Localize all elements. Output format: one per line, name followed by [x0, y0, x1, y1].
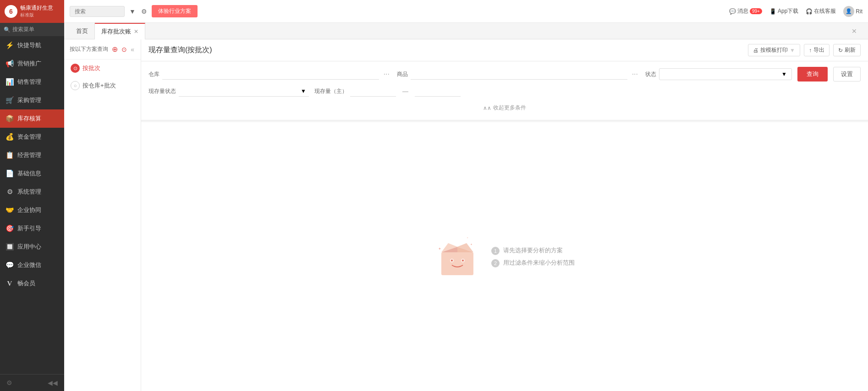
inventory-qty-label: 现存量（主）	[314, 87, 347, 95]
nav-label: 系统管理	[17, 188, 41, 196]
nav-label: 应用中心	[17, 243, 41, 251]
collapse-panel-button[interactable]: «	[130, 45, 135, 54]
enterprise-wechat-icon: 💬	[5, 261, 14, 269]
svg-text:✦: ✦	[438, 247, 441, 251]
sidebar-item-vip[interactable]: V 畅会员	[0, 274, 64, 293]
phone-icon: 📱	[769, 8, 776, 15]
collapse-label: 收起更多条件	[493, 104, 526, 112]
sidebar-settings-button[interactable]: ⚙	[5, 378, 13, 387]
nav-label: 资金管理	[17, 133, 41, 141]
inventory-qty-max-input[interactable]	[415, 86, 461, 97]
collapse-more-button[interactable]: ∧∧ 收起更多条件	[148, 101, 861, 114]
sidebar-item-sales[interactable]: 📊 销售管理	[0, 73, 64, 91]
enterprise-collab-icon: 🤝	[5, 206, 14, 214]
svg-text:✦: ✦	[470, 243, 472, 246]
online-service-button[interactable]: 🎧 在线客服	[806, 7, 836, 15]
message-icon: 💬	[729, 8, 736, 15]
topbar-settings-button[interactable]: ⚙	[140, 7, 148, 16]
sidebar-item-marketing[interactable]: 📢 营销推广	[0, 54, 64, 73]
tab-home-label: 首页	[76, 27, 88, 35]
tab-close-all-button[interactable]: ✕	[846, 27, 863, 35]
status-filter-label: 状态	[645, 71, 656, 78]
page-actions: 🖨 按模板打印 ▼ ↑ 导出 ↻ 刷新	[748, 44, 861, 56]
sidebar-item-enterprise-collab[interactable]: 🤝 企业协同	[0, 201, 64, 219]
inventory-qty-min-input[interactable]	[350, 86, 396, 97]
warehouse-more-button[interactable]: ···	[382, 70, 391, 78]
print-button[interactable]: 🖨 按模板打印 ▼	[748, 44, 800, 56]
filter-area: 仓库 ··· 商品 ··· 状态 ▼	[141, 61, 868, 120]
plan-by-batch[interactable]: ⊙ 按批次	[64, 60, 141, 77]
sidebar-item-basic-info[interactable]: 📄 基础信息	[0, 164, 64, 183]
sales-icon: 📊	[5, 78, 14, 86]
topbar-search-input[interactable]	[70, 6, 125, 17]
user-avatar-button[interactable]: 👤 Rit	[843, 6, 863, 17]
inventory-qty-group: 现存量（主） —	[314, 86, 470, 97]
export-button[interactable]: ↑ 导出	[804, 44, 830, 56]
tab-close-button[interactable]: ✕	[134, 28, 138, 35]
sidebar-item-inventory[interactable]: 📦 库存核算	[0, 109, 64, 128]
main-area: ▼ ⚙ 体验行业方案 💬 消息 99+ 📱 App下载 🎧 在线客服 👤 Rit	[64, 0, 868, 391]
collapse-row: ∧∧ 收起更多条件	[148, 101, 861, 114]
inventory-qty-dash: —	[399, 88, 412, 95]
collapse-up-icon: ∧∧	[483, 105, 491, 111]
empty-box-svg: ✦ ✦ ✦	[434, 234, 480, 280]
sidebar-item-system[interactable]: ⚙ 系统管理	[0, 183, 64, 201]
warehouse-filter-input[interactable]	[162, 69, 379, 80]
finance-icon: 💰	[5, 133, 14, 141]
plan-by-warehouse-batch[interactable]: ○ 按仓库+批次	[64, 77, 141, 94]
left-panel-title: 按以下方案查询	[70, 45, 108, 53]
warehouse-filter-group: 仓库 ···	[148, 69, 391, 80]
sidebar-item-purchase[interactable]: 🛒 采购管理	[0, 91, 64, 109]
sidebar-search-label: 搜索菜单	[12, 26, 34, 33]
username-label: Rit	[856, 8, 863, 15]
print-dropdown-icon: ▼	[790, 47, 795, 54]
plan-batch-label: 按批次	[82, 64, 100, 72]
sidebar-item-finance[interactable]: 💰 资金管理	[0, 128, 64, 146]
app-download-label: App下载	[778, 7, 798, 15]
page-title: 现存量查询(按批次)	[148, 45, 212, 55]
query-button[interactable]: 查询	[797, 67, 828, 81]
tab-home[interactable]: 首页	[70, 23, 95, 39]
refresh-button[interactable]: ↻ 刷新	[833, 44, 861, 56]
messages-button[interactable]: 💬 消息 99+	[729, 7, 762, 15]
settings-plan-button[interactable]: ⊙	[121, 45, 128, 54]
product-more-button[interactable]: ···	[630, 70, 640, 78]
experience-btn[interactable]: 体验行业方案	[152, 5, 198, 17]
plan-warehouse-batch-label: 按仓库+批次	[82, 81, 116, 90]
online-service-label: 在线客服	[814, 7, 836, 15]
brand-name: 畅康通好生意	[20, 5, 53, 12]
sidebar-item-app-center[interactable]: 🔲 应用中心	[0, 238, 64, 256]
status-dropdown[interactable]: ▼	[659, 68, 792, 80]
quick-nav-icon: ⚡	[5, 41, 14, 49]
sidebar-item-new-guide[interactable]: 🎯 新手引导	[0, 219, 64, 238]
edition-label: 标准版	[20, 12, 53, 18]
logo-icon: 6	[5, 5, 17, 18]
sidebar-search[interactable]: 🔍 搜索菜单	[0, 23, 64, 36]
sidebar-item-quick-nav[interactable]: ⚡ 快捷导航	[0, 36, 64, 54]
svg-text:✦: ✦	[467, 236, 468, 239]
hint-num-1: 1	[491, 247, 500, 255]
right-main: 现存量查询(按批次) 🖨 按模板打印 ▼ ↑ 导出 ↻ 刷新	[141, 39, 868, 391]
plan-warehouse-batch-icon: ○	[71, 81, 80, 90]
add-plan-button[interactable]: ⊕	[111, 44, 119, 54]
hint-item-2: 2 用过滤条件来缩小分析范围	[491, 259, 575, 267]
nav-label: 销售管理	[17, 78, 41, 86]
product-filter-input[interactable]	[411, 69, 627, 80]
product-filter-group: 商品 ···	[397, 69, 640, 80]
empty-state: ✦ ✦ ✦ 1 请先选择要分析的方案 2 用过滤条件来缩小分析范围	[141, 122, 868, 391]
topbar-dropdown-button[interactable]: ▼	[128, 7, 137, 16]
app-center-icon: 🔲	[5, 243, 14, 251]
sidebar-item-enterprise-wechat[interactable]: 💬 企业微信	[0, 256, 64, 274]
topbar-right: 💬 消息 99+ 📱 App下载 🎧 在线客服 👤 Rit	[729, 6, 863, 17]
inventory-status-group: 现存量状态 ▼	[148, 86, 309, 97]
nav-label: 快捷导航	[17, 41, 41, 49]
svg-point-7	[451, 260, 453, 261]
svg-rect-0	[441, 252, 473, 275]
inventory-status-dropdown[interactable]: ▼	[179, 86, 309, 97]
left-panel-header: 按以下方案查询 ⊕ ⊙ «	[64, 39, 141, 60]
sidebar-item-operations[interactable]: 📋 经营管理	[0, 146, 64, 164]
sidebar-collapse-button[interactable]: ◀◀	[47, 378, 59, 387]
app-download-button[interactable]: 📱 App下载	[769, 7, 798, 15]
tab-inventory-batch[interactable]: 库存批次账 ✕	[95, 23, 145, 39]
column-settings-button[interactable]: 设置	[833, 67, 861, 81]
